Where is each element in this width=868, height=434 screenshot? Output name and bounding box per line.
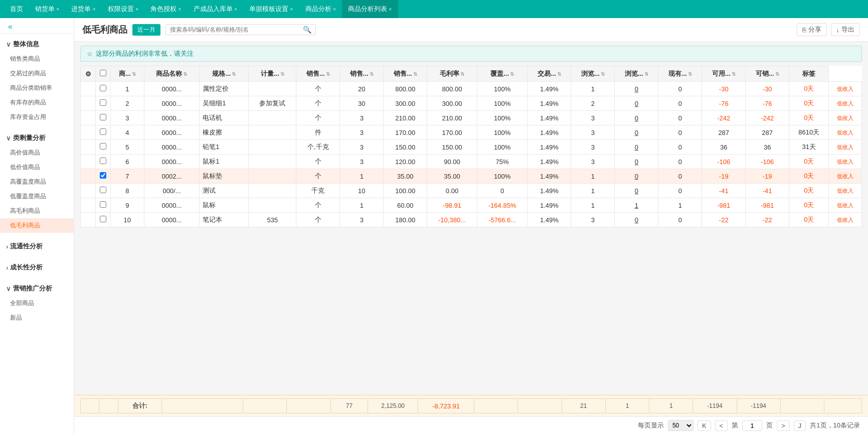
cell-checkbox[interactable] [96, 96, 111, 111]
sidebar-group-flow-title[interactable]: › 流通性分析 [0, 239, 74, 254]
col-sales-qty[interactable]: 销售...⇅ [296, 66, 340, 82]
first-page-button[interactable]: K [698, 420, 711, 431]
close-template-icon[interactable]: × [290, 6, 293, 12]
col-sales-amount[interactable]: 销售...⇅ [384, 66, 427, 82]
search-icon[interactable]: 🔍 [303, 26, 311, 34]
row-checkbox-1[interactable] [100, 99, 106, 106]
close-product-entry-icon[interactable]: × [234, 6, 237, 12]
sidebar-item-low-value[interactable]: 低价值商品 [0, 160, 74, 175]
close-permission-icon[interactable]: × [135, 6, 138, 12]
cell-checkbox[interactable] [96, 213, 111, 227]
cell-checkbox[interactable] [96, 111, 111, 125]
col-sales-price[interactable]: 销售...⇅ [340, 66, 384, 82]
cell-name[interactable]: 铅笔1 [200, 140, 249, 155]
cell-name[interactable]: 属性定价 [200, 82, 249, 96]
col-code[interactable]: 商...⇅ [111, 66, 144, 82]
col-saleable[interactable]: 可销...⇅ [746, 66, 789, 82]
cell-checkbox[interactable] [96, 140, 111, 155]
sidebar-group-growth-title[interactable]: › 成长性分析 [0, 260, 74, 275]
cell-name[interactable]: 鼠标 [200, 198, 249, 213]
nav-permission-settings[interactable]: 权限设置 × [102, 0, 144, 18]
sidebar-item-high-coverage[interactable]: 高覆盖度商品 [0, 175, 74, 189]
sidebar-item-stock-capital[interactable]: 库存资金占用 [0, 110, 74, 124]
nav-home[interactable]: 首页 [4, 0, 29, 18]
cell-name[interactable]: 电话机 [200, 111, 249, 125]
close-purchase-order-icon[interactable]: × [92, 6, 95, 12]
col-name[interactable]: 商品名称⇅ [144, 66, 200, 82]
cell-checkbox[interactable] [96, 155, 111, 169]
cell-checkbox[interactable] [96, 169, 111, 184]
sidebar-item-high-value[interactable]: 高价值商品 [0, 146, 74, 160]
cell-browse1[interactable]: 0 [615, 96, 658, 111]
cell-checkbox[interactable] [96, 198, 111, 213]
row-checkbox-5[interactable] [100, 158, 106, 164]
cell-checkbox[interactable] [96, 125, 111, 140]
row-checkbox-3[interactable] [100, 128, 106, 135]
nav-product-analysis-list[interactable]: 商品分析列表 × [342, 0, 398, 18]
col-coverage[interactable]: 覆盖...⇅ [477, 66, 528, 82]
cell-browse1[interactable]: 0 [615, 82, 658, 96]
col-browse2[interactable]: 浏览...⇅ [615, 66, 658, 82]
nav-template-settings[interactable]: 单据模板设置 × [243, 0, 299, 18]
nav-sales-order[interactable]: 销货单 × [29, 0, 65, 18]
cell-browse1[interactable]: 0 [615, 140, 658, 155]
row-checkbox-0[interactable] [100, 85, 106, 91]
close-product-analysis-list-icon[interactable]: × [389, 6, 392, 12]
cell-name[interactable]: 鼠标垫 [200, 169, 249, 184]
page-number-input[interactable] [742, 420, 762, 431]
col-available[interactable]: 可用...⇅ [702, 66, 746, 82]
row-checkbox-2[interactable] [100, 114, 106, 120]
sidebar-item-new-goods[interactable]: 新品 [0, 311, 74, 325]
search-input[interactable] [170, 26, 303, 33]
sidebar-item-low-coverage[interactable]: 低覆盖度商品 [0, 189, 74, 204]
nav-product-entry[interactable]: 产成品入库单 × [188, 0, 243, 18]
col-gross-rate[interactable]: 毛利率⇅ [427, 66, 477, 82]
col-spec[interactable]: 规格...⇅ [200, 66, 249, 82]
prev-page-button[interactable]: < [715, 420, 728, 431]
collapse-sidebar-button[interactable]: « [6, 22, 15, 31]
cell-browse1[interactable]: 0 [615, 184, 658, 198]
sidebar-item-sales-goods[interactable]: 销售类商品 [0, 52, 74, 66]
row-checkbox-8[interactable] [100, 201, 106, 208]
cell-name[interactable]: 吴细细1 [200, 96, 249, 111]
cell-checkbox[interactable] [96, 184, 111, 198]
cell-browse1[interactable]: 0 [615, 125, 658, 140]
sidebar-group-surplus-title[interactable]: ∨ 类剩量分析 [0, 130, 74, 146]
per-page-select[interactable]: 50 100 200 [668, 420, 693, 431]
sidebar-item-category-rate[interactable]: 商品分类助销率 [0, 81, 74, 95]
cell-name[interactable]: 鼠标1 [200, 155, 249, 169]
cell-checkbox[interactable] [96, 82, 111, 96]
row-checkbox-6[interactable] [100, 172, 106, 179]
cell-name[interactable]: 笔记本 [200, 213, 249, 227]
cell-browse1[interactable]: 0 [615, 111, 658, 125]
cell-browse1[interactable]: 1 [615, 198, 658, 213]
cell-name[interactable]: 橡皮擦 [200, 125, 249, 140]
sidebar-item-in-stock-goods[interactable]: 有库存的商品 [0, 95, 74, 110]
export-button[interactable]: ↓ 导出 [831, 23, 860, 36]
col-tag[interactable]: 标签 [789, 66, 829, 82]
close-role-auth-icon[interactable]: × [178, 6, 181, 12]
nav-product-analysis[interactable]: 商品分析 × [299, 0, 342, 18]
last-page-button[interactable]: J [794, 420, 806, 431]
date-filter-button[interactable]: 近一月 [132, 24, 160, 36]
col-unit[interactable]: 计量...⇅ [249, 66, 296, 82]
cell-browse1[interactable]: 0 [615, 155, 658, 169]
next-page-button[interactable]: > [777, 420, 790, 431]
close-sales-order-icon[interactable]: × [56, 6, 59, 12]
cell-browse1[interactable]: 0 [615, 213, 658, 227]
close-product-analysis-icon[interactable]: × [333, 6, 336, 12]
col-browse1[interactable]: 浏览...⇅ [571, 66, 615, 82]
nav-purchase-order[interactable]: 进货单 × [65, 0, 101, 18]
share-button[interactable]: ⎘ 分享 [797, 23, 827, 36]
row-checkbox-4[interactable] [100, 143, 106, 150]
sidebar-group-overall-title[interactable]: ∨ 整体信息 [0, 37, 74, 52]
col-checkbox[interactable] [96, 66, 111, 82]
sidebar-item-low-margin[interactable]: 低毛利商品 [0, 218, 74, 233]
cell-name[interactable]: 测试 [200, 184, 249, 198]
cell-browse1[interactable]: 0 [615, 169, 658, 184]
nav-role-auth[interactable]: 角色授权 × [144, 0, 187, 18]
sidebar-group-marketing-title[interactable]: ∨ 营销推广分析 [0, 281, 74, 296]
col-settings[interactable]: ⚙ [81, 66, 96, 82]
select-all-checkbox[interactable] [100, 70, 106, 76]
row-checkbox-7[interactable] [100, 187, 106, 193]
